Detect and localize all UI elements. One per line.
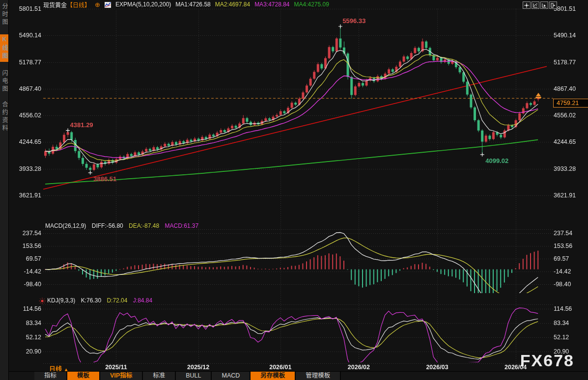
sidebar-item-lightning-chart[interactable]: 闪电图 [0, 70, 8, 93]
axis-tick: 5801.51 [12, 5, 41, 12]
axis-tick: 3933.28 [554, 165, 583, 172]
bottom-tab-2[interactable]: VIP指标 [100, 372, 143, 380]
macd-macd-value: MACD:61.37 [165, 222, 198, 229]
bottom-tab-4[interactable]: BULL [176, 372, 212, 380]
chart-canvas[interactable] [0, 0, 588, 380]
axis-tick: -98.40 [12, 281, 41, 288]
axis-tick: -14.42 [12, 268, 41, 275]
axis-tick: 4556.02 [554, 112, 583, 119]
period-tag: 【日线】 [67, 0, 90, 9]
current-price-box: 4759.21 [553, 99, 588, 108]
axis-tick: 153.56 [554, 243, 583, 249]
axis-tick: 20.90 [12, 348, 41, 355]
kdj-panel-header: KDJ(9,3,3) K:76.30 D:72.04 J:84.84 [47, 297, 156, 304]
bottom-toolbar: 指标模板VIP指标标准BULLMACD另存模板管理模板 [9, 371, 588, 380]
date-axis-label: 2026/01 [261, 364, 300, 371]
price-alert-icon[interactable] [534, 93, 542, 101]
axis-tick: 5801.51 [554, 5, 583, 12]
macd-title: MACD(26,12,9) [45, 222, 86, 229]
chart-header: 现货黄金 【日线】 ⊕ EXPMA(5,10,20,200) MA1:4726.… [43, 0, 334, 9]
axis-tick: 69.57 [12, 255, 41, 262]
add-indicator-icon[interactable]: ⊕ [95, 1, 100, 8]
sidebar-item-kline-chart[interactable]: K线图 [0, 34, 8, 62]
axis-tick: 5490.14 [12, 32, 41, 39]
ma2-value: MA2:4697.84 [215, 1, 250, 8]
axis-tick: 114.56 [12, 305, 41, 312]
axis-tick: 52.12 [554, 334, 583, 341]
bottom-tab-1[interactable]: 模板 [67, 372, 100, 380]
macd-panel-header: MACD(26,12,9) DIFF:-56.80 DEA:-87.48 MAC… [45, 222, 202, 229]
chart-zoom-in-icon[interactable] [532, 1, 539, 9]
price-annotation: 4381.29 [70, 121, 93, 129]
axis-tick: 83.34 [554, 320, 583, 326]
sidebar-item-contract-info[interactable]: 合约资料 [0, 101, 8, 133]
axis-tick: 69.57 [554, 255, 583, 262]
bottom-tab-3[interactable]: 标准 [143, 372, 176, 380]
price-annotation: 4099.02 [485, 157, 508, 164]
axis-tick: 153.56 [12, 243, 41, 249]
crosshair-icon[interactable] [523, 1, 531, 9]
kdj-k-value: K:76.30 [81, 297, 101, 304]
window-controls [523, 1, 557, 9]
kdj-j-value: J:84.84 [133, 297, 152, 304]
bottom-tab-5[interactable]: MACD [212, 372, 251, 380]
axis-tick: -14.42 [554, 268, 583, 275]
watermark: FX678 [520, 351, 574, 370]
kdj-title: KDJ(9,3,3) [47, 297, 75, 304]
expma-label: EXPMA(5,10,20,200) [115, 1, 171, 8]
chart-zoom-out-icon[interactable] [540, 1, 548, 9]
axis-tick: 5178.77 [554, 59, 583, 66]
date-axis-label: 2025/12 [179, 364, 218, 371]
axis-tick: 3933.28 [12, 165, 41, 172]
axis-tick: 237.54 [12, 230, 41, 237]
ma1-value: MA1:4726.58 [175, 1, 210, 8]
axis-tick: 237.54 [554, 230, 583, 237]
symbol-title: 现货黄金 [43, 0, 67, 9]
kdj-d-value: D:72.04 [107, 297, 127, 304]
panel-settings-icon[interactable] [39, 298, 46, 306]
date-axis-label: 2026/02 [339, 364, 378, 371]
axis-tick: 4867.40 [12, 85, 41, 92]
bottom-tab-0[interactable]: 指标 [34, 372, 67, 380]
macd-dea-value: DEA:-87.48 [129, 222, 159, 229]
trading-app: 分时图K线图闪电图合约资料 现货黄金 【日线】 ⊕ EXPMA(5,10,20,… [0, 0, 588, 380]
axis-tick: 4867.40 [554, 85, 583, 92]
axis-tick: 4556.02 [12, 112, 41, 119]
axis-tick: 3621.91 [554, 192, 583, 199]
macd-diff-value: DIFF:-56.80 [92, 222, 123, 229]
sidebar-item-time-chart[interactable]: 分时图 [0, 3, 8, 27]
axis-tick: 5490.14 [554, 32, 583, 39]
indicator-icon [105, 2, 111, 8]
axis-tick: 4244.65 [12, 138, 41, 145]
date-axis-label: 2026/03 [418, 364, 457, 371]
ma4-value: MA4:4275.09 [294, 1, 329, 8]
exit-chart-icon[interactable] [549, 1, 557, 9]
axis-tick: 83.34 [12, 320, 41, 326]
axis-tick: 114.56 [554, 305, 583, 312]
date-axis-label: 2025/11 [96, 364, 136, 371]
axis-tick: 5178.77 [12, 59, 41, 66]
bottom-tab-7[interactable]: 管理模板 [296, 372, 341, 380]
ma3-value: MA3:4728.84 [254, 1, 289, 8]
bottom-tab-6[interactable]: 另存模板 [251, 372, 296, 380]
axis-tick: 3621.91 [12, 192, 41, 199]
axis-tick: 52.12 [12, 334, 41, 341]
price-annotation: 3886.51 [93, 175, 116, 183]
axis-tick: -98.40 [554, 281, 583, 288]
price-annotation: 5596.33 [342, 17, 365, 25]
axis-tick: 4244.65 [554, 138, 583, 145]
sidebar: 分时图K线图闪电图合约资料 [0, 0, 9, 380]
